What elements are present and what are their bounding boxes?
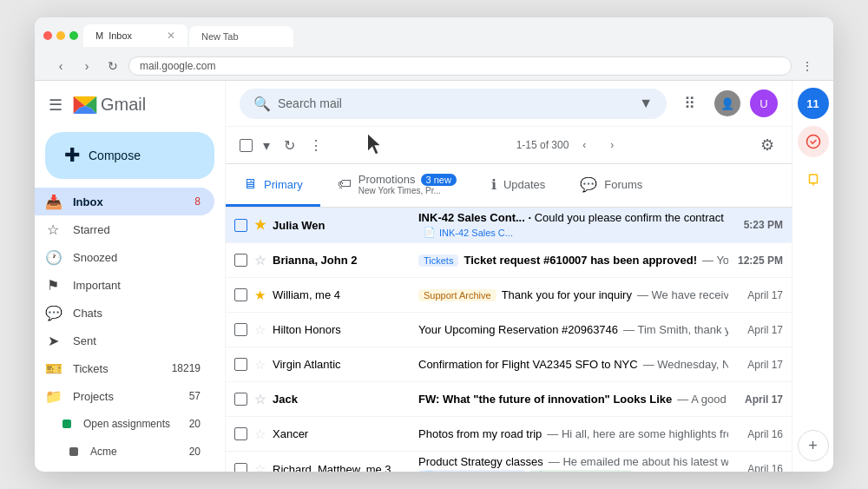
browser-tabs: M Inbox ✕ New Tab [83, 24, 293, 47]
email-subject: Your Upcoming Reservation #20963746 [418, 323, 618, 336]
keep-button[interactable] [798, 164, 829, 195]
tasks-button[interactable] [798, 126, 829, 157]
email-star[interactable]: ★ [254, 287, 266, 303]
refresh-button[interactable]: ↻ [102, 56, 123, 76]
email-subject: INK-42 Sales Cont... · Could you please … [418, 211, 724, 224]
email-row[interactable]: ☆ Jack FW: What "the future of innovatio… [226, 382, 792, 417]
sent-icon: ➤ [45, 333, 61, 349]
sidebar-item-open-assignments[interactable]: Open assignments 20 [35, 410, 214, 438]
sidebar-item-snoozed[interactable]: 🕐 Snoozed [35, 243, 214, 271]
sidebar-item-starred[interactable]: ☆ Starred [35, 215, 214, 243]
email-subject: FW: What "the future of innovation" Look… [418, 393, 672, 406]
maximize-dot[interactable] [69, 31, 78, 40]
gmail-logo: Gmail [73, 95, 146, 115]
extensions-button[interactable]: ⋮ [797, 56, 818, 76]
search-dropdown-icon: ▼ [639, 96, 653, 111]
tab-primary[interactable]: 🖥 Primary [226, 164, 320, 207]
browser-tab-new[interactable]: New Tab [189, 26, 293, 47]
tab-updates[interactable]: ℹ Updates [474, 164, 562, 207]
email-star[interactable]: ★ [254, 217, 266, 233]
email-time: April 16 [735, 463, 783, 472]
email-row[interactable]: ☆ Brianna, John 2 Tickets Ticket request… [226, 243, 792, 278]
sidebar-item-projects[interactable]: 📁 Projects 57 [35, 382, 214, 410]
refresh-mail-button[interactable]: ↻ [280, 134, 299, 157]
address-text: mail.google.com [140, 60, 215, 72]
search-bar[interactable]: 🔍 Search mail ▼ [240, 89, 667, 119]
email-checkbox[interactable] [234, 393, 247, 406]
apps-grid-button[interactable]: ⠿ [674, 88, 705, 119]
email-sender: Hilton Honors [273, 323, 411, 336]
email-star[interactable]: ☆ [254, 357, 266, 373]
search-input[interactable]: Search mail [278, 96, 632, 110]
email-star[interactable]: ☆ [254, 461, 266, 472]
email-body-area: FW: What "the future of innovation" Look… [418, 393, 728, 406]
settings-button[interactable]: ⚙ [757, 132, 778, 158]
svg-point-5 [806, 135, 819, 149]
email-row[interactable]: ☆ Hilton Honors Your Upcoming Reservatio… [226, 313, 792, 347]
right-panel: 11 + [792, 81, 833, 472]
starred-label: Starred [73, 223, 110, 236]
email-subject: Thank you for your inquiry [502, 288, 632, 301]
select-all-checkbox[interactable] [240, 139, 253, 152]
email-preview: — A good read! Highly recommende... [677, 393, 728, 406]
email-body-area: INK-42 Sales Cont... · Could you please … [418, 211, 728, 239]
sidebar-item-sent[interactable]: ➤ Sent [35, 327, 214, 354]
email-checkbox[interactable] [234, 219, 247, 232]
email-tags: 📄 INK-42 Sales C... [418, 226, 728, 239]
email-star[interactable]: ☆ [254, 253, 266, 268]
promotions-tab-icon: 🏷 [338, 176, 352, 192]
sidebar-item-chats[interactable]: 💬 Chats [35, 299, 214, 327]
forward-button[interactable]: › [76, 56, 97, 76]
acme-badge: 20 [189, 446, 201, 458]
account-circle-button[interactable]: 👤 [712, 88, 743, 119]
email-checkbox[interactable] [234, 254, 247, 267]
calendar-button[interactable]: 11 [798, 88, 829, 119]
back-button[interactable]: ‹ [50, 56, 71, 76]
promotions-tab-sub: New York Times, Pr... [358, 186, 457, 195]
email-checkbox[interactable] [234, 323, 247, 336]
email-checkbox[interactable] [234, 288, 247, 301]
important-label: Important [73, 279, 121, 292]
sidebar-item-important[interactable]: ⚑ Important [35, 271, 214, 299]
tab-promotions[interactable]: 🏷 Promotions 3 new New York Times, Pr... [320, 164, 474, 207]
email-star[interactable]: ☆ [254, 426, 266, 442]
email-row[interactable]: ☆ Richard, Matthew, me 3 Product Strateg… [226, 452, 792, 472]
snoozed-label: Snoozed [73, 251, 117, 264]
tag-icon: 📄 [424, 471, 436, 472]
email-row[interactable]: ★ William, me 4 Support Archive Thank yo… [226, 278, 792, 313]
pagination-prev[interactable]: ‹ [572, 133, 596, 157]
browser-nav-bar: ‹ › ↻ mail.google.com ⋮ [43, 52, 825, 80]
more-actions-button[interactable]: ⋮ [306, 134, 326, 157]
user-avatar[interactable]: U [750, 89, 778, 117]
email-star[interactable]: ☆ [254, 392, 266, 407]
minimize-dot[interactable] [56, 31, 65, 40]
tab-forums[interactable]: 💬 Forums [562, 164, 660, 207]
sidebar-item-inbox[interactable]: 📥 Inbox 8 [35, 188, 214, 215]
email-row[interactable]: ☆ Virgin Atlantic Confirmation for Fligh… [226, 347, 792, 382]
email-checkbox[interactable] [234, 427, 247, 440]
tag2-icon: 📋 [535, 471, 547, 472]
hamburger-menu[interactable]: ☰ [49, 96, 62, 115]
tickets-label: Tickets [73, 362, 108, 375]
sidebar-item-acme[interactable]: Acme 20 [35, 438, 214, 466]
email-row[interactable]: ☆ Xancer Photos from my road trip — Hi a… [226, 417, 792, 452]
email-body-area: Photos from my road trip — Hi all, here … [418, 427, 728, 440]
primary-tab-icon: 🖥 [243, 176, 257, 192]
browser-tab-active[interactable]: M Inbox ✕ [83, 24, 187, 47]
email-row[interactable]: ★ Julia Wen INK-42 Sales Cont... · Could… [226, 208, 792, 243]
compose-button[interactable]: ✚ Compose [45, 132, 214, 179]
email-star[interactable]: ☆ [254, 322, 266, 338]
pagination-next[interactable]: › [600, 133, 624, 157]
add-app-button[interactable]: + [798, 430, 829, 461]
address-bar[interactable]: mail.google.com [128, 56, 792, 76]
account-icon: 👤 [714, 90, 740, 116]
sidebar-item-support-archive[interactable]: Support Archive 9 [35, 466, 214, 472]
close-dot[interactable] [43, 31, 52, 40]
select-dropdown-button[interactable]: ▾ [260, 134, 273, 157]
email-checkbox[interactable] [234, 463, 247, 472]
email-checkbox[interactable] [234, 358, 247, 371]
sidebar-item-tickets[interactable]: 🎫 Tickets 18219 [35, 354, 214, 382]
acme-label: Acme [90, 446, 117, 458]
email-tag-2: 📋 (Will) Enterprise... [529, 470, 631, 472]
email-body-area: Support Archive Thank you for your inqui… [418, 288, 728, 301]
